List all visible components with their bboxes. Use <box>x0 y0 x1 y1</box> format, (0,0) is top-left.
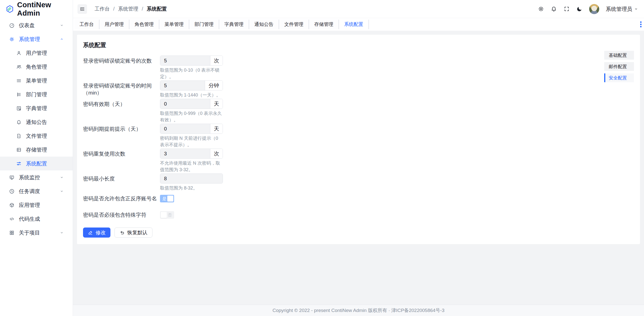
input-suffix: 次 <box>210 56 223 65</box>
user-avatar[interactable] <box>589 4 599 14</box>
anchor-mail-config[interactable]: 邮件配置 <box>604 62 634 71</box>
lock-count-input[interactable] <box>160 56 210 65</box>
form-row-expiry-warning: 密码到期提前提示（天） 天 密码到期 N 天前进行提示（0 表示不提示）。 <box>83 124 634 148</box>
toggle-knob <box>167 196 173 202</box>
sliders-icon <box>16 161 22 166</box>
undo-icon <box>119 230 125 235</box>
field-hint: 取值范围为 0-999（0 表示永久有效）。 <box>160 110 223 123</box>
tab-dictionary-management[interactable]: 字典管理 <box>219 20 249 29</box>
require-special-chars-toggle[interactable]: 否 <box>160 211 174 219</box>
user-icon <box>16 50 22 56</box>
app-root: ContiNew Admin 仪表盘 系统管理 用户管理 <box>0 0 644 316</box>
bell-icon <box>16 119 22 125</box>
fullscreen-icon[interactable] <box>564 6 570 12</box>
monitor-icon <box>9 175 15 180</box>
header-actions: 系统管理员 <box>538 4 638 14</box>
input-suffix: 天 <box>210 124 223 133</box>
tab-system-config[interactable]: 系统配置 <box>339 20 369 29</box>
edit-pencil-icon <box>88 230 93 235</box>
chevron-down-icon <box>60 23 64 27</box>
sidebar-item-dictionary-management[interactable]: 字典管理 <box>0 101 73 115</box>
form-row-password-reuse: 密码重复使用次数 次 不允许使用最近 N 次密码，取值范围为 3-32。 <box>83 149 634 173</box>
form-row-password-expiry: 密码有效期（天） 天 取值范围为 0-999（0 表示永久有效）。 <box>83 99 634 123</box>
gauge-icon <box>9 23 15 28</box>
restore-defaults-button[interactable]: 恢复默认 <box>114 228 152 238</box>
sidebar-item-role-management[interactable]: 角色管理 <box>0 60 73 74</box>
field-label: 密码重复使用次数 <box>83 149 160 173</box>
form-row-allow-account-name: 密码是否允许包含正反序账号名 是 <box>83 195 634 202</box>
sidebar-item-notice[interactable]: 通知公告 <box>0 115 73 129</box>
chevron-up-icon <box>60 37 64 41</box>
system-config-card: 系统配置 登录密码错误锁定账号的次数 次 取值范围为 0-10（0 表示不锁定）… <box>77 35 640 244</box>
chevron-down-icon <box>634 7 638 11</box>
field-hint: 不允许使用最近 N 次密码，取值范围为 3-32。 <box>160 160 223 173</box>
min-length-input[interactable] <box>160 174 223 183</box>
lock-time-input[interactable] <box>160 81 205 90</box>
sidebar-collapse-button[interactable] <box>77 4 87 14</box>
field-label: 密码是否必须包含特殊字符 <box>83 211 160 218</box>
user-name: 系统管理员 <box>606 6 632 13</box>
allow-account-name-toggle[interactable]: 是 <box>160 195 174 202</box>
notification-bell-icon[interactable] <box>551 6 557 12</box>
field-label: 密码是否允许包含正反序账号名 <box>83 195 160 202</box>
breadcrumb-item-workbench[interactable]: 工作台 <box>95 6 110 12</box>
gear-icon <box>9 36 15 42</box>
tab-user-management[interactable]: 用户管理 <box>100 20 130 29</box>
form-row-lock-count: 登录密码错误锁定账号的次数 次 取值范围为 0-10（0 表示不锁定）。 <box>83 56 634 80</box>
sidebar-item-app-management[interactable]: 应用管理 <box>0 198 73 212</box>
anchor-basic-config[interactable]: 基础配置 <box>604 51 634 60</box>
sidebar: ContiNew Admin 仪表盘 系统管理 用户管理 <box>0 0 73 316</box>
field-label: 密码有效期（天） <box>83 99 160 123</box>
password-expiry-input[interactable] <box>160 99 210 109</box>
sidebar-item-user-management[interactable]: 用户管理 <box>0 46 73 60</box>
tab-menu-management[interactable]: 菜单管理 <box>159 20 189 29</box>
tab-workbench[interactable]: 工作台 <box>74 20 100 29</box>
settings-icon[interactable] <box>538 6 544 12</box>
save-button[interactable]: 修改 <box>83 228 110 238</box>
sidebar-item-menu-management[interactable]: 菜单管理 <box>0 74 73 87</box>
tab-file-management[interactable]: 文件管理 <box>279 20 309 29</box>
field-label: 密码到期提前提示（天） <box>83 124 160 148</box>
page-title: 系统配置 <box>83 41 634 49</box>
expiry-warning-input[interactable] <box>160 124 210 133</box>
grid-icon <box>9 230 15 236</box>
sidebar-item-storage-management[interactable]: 存储管理 <box>0 143 73 157</box>
dark-mode-moon-icon[interactable] <box>576 6 583 12</box>
field-label: 密码最小长度 <box>83 173 160 191</box>
sidebar-item-system-monitor[interactable]: 系统监控 <box>0 170 73 184</box>
user-menu[interactable]: 系统管理员 <box>606 6 638 13</box>
field-hint: 取值范围为 8-32。 <box>160 185 223 191</box>
tab-storage-management[interactable]: 存储管理 <box>309 20 339 29</box>
tab-role-management[interactable]: 角色管理 <box>130 20 159 29</box>
breadcrumb-separator: / <box>142 6 143 12</box>
field-hint: 取值范围为 0-10（0 表示不锁定）。 <box>160 67 223 80</box>
sidebar-item-code-generation[interactable]: 代码生成 <box>0 212 73 226</box>
sidebar-item-task-scheduler[interactable]: 任务调度 <box>0 184 73 198</box>
toggle-knob <box>161 212 167 218</box>
sidebar-item-file-management[interactable]: 文件管理 <box>0 129 73 143</box>
tree-list-icon <box>16 92 22 97</box>
code-icon <box>9 216 15 222</box>
sidebar-item-department-management[interactable]: 部门管理 <box>0 87 73 101</box>
chevron-down-icon <box>60 189 64 193</box>
page-footer: Copyright © 2022 - present ContiNew Admi… <box>73 305 644 316</box>
app-logo[interactable]: ContiNew Admin <box>0 0 73 18</box>
sidebar-item-about-project[interactable]: 关于项目 <box>0 226 73 240</box>
breadcrumb-item-system-management[interactable]: 系统管理 <box>118 6 138 12</box>
password-reuse-input[interactable] <box>160 149 210 158</box>
field-label: 登录密码错误锁定账号的次数 <box>83 56 160 80</box>
clock-icon <box>9 189 15 194</box>
field-hint: 取值范围为 1-1440（一天）。 <box>160 92 223 98</box>
cube-icon <box>9 202 15 208</box>
input-suffix: 分钟 <box>205 81 223 90</box>
top-header: 工作台 / 系统管理 / 系统配置 系统管理员 <box>73 0 644 18</box>
sidebar-item-system-management[interactable]: 系统管理 <box>0 32 73 46</box>
form-row-min-length: 密码最小长度 取值范围为 8-32。 <box>83 173 634 191</box>
tab-notice[interactable]: 通知公告 <box>249 20 279 29</box>
logo-hexagon-icon <box>6 5 14 13</box>
anchor-security-config[interactable]: 安全配置 <box>604 73 634 82</box>
tab-actions-menu-icon[interactable] <box>640 22 641 27</box>
sidebar-item-system-config[interactable]: 系统配置 <box>0 157 73 170</box>
sidebar-item-dashboard[interactable]: 仪表盘 <box>0 18 73 32</box>
tab-department-management[interactable]: 部门管理 <box>189 20 219 29</box>
